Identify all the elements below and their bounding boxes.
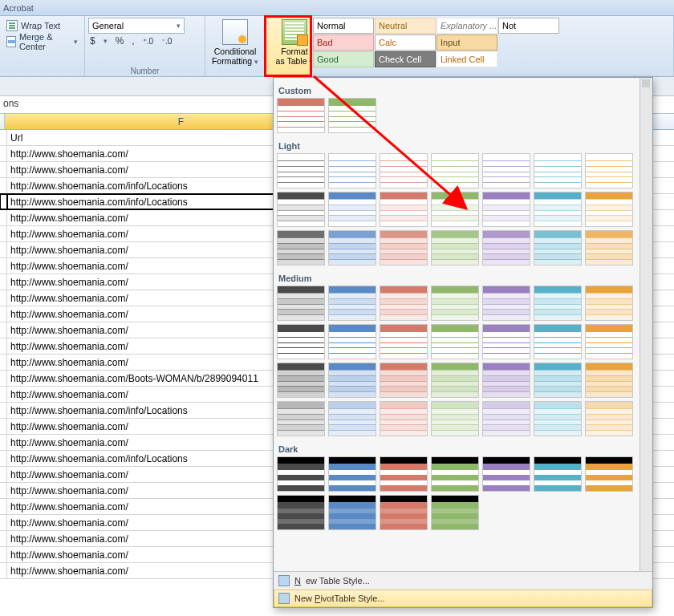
- table-style-swatch[interactable]: [534, 230, 582, 265]
- table-style-icon: [278, 575, 290, 586]
- table-style-swatch[interactable]: [482, 324, 530, 359]
- table-style-swatch[interactable]: [482, 286, 530, 321]
- table-style-swatch[interactable]: [431, 286, 479, 321]
- table-style-swatch[interactable]: [277, 495, 325, 530]
- table-style-swatch[interactable]: [328, 230, 376, 265]
- table-style-swatch[interactable]: [534, 192, 582, 227]
- table-style-swatch[interactable]: [380, 153, 428, 188]
- table-style-swatch[interactable]: [277, 98, 325, 133]
- mnemonic: N: [294, 576, 301, 586]
- table-style-swatch[interactable]: [482, 192, 530, 227]
- cell-style-good[interactable]: Good: [313, 51, 374, 67]
- cell-style-check-cell[interactable]: Check Cell: [375, 51, 436, 67]
- number-format-combo[interactable]: General ▾: [88, 18, 185, 34]
- table-style-swatch[interactable]: [277, 153, 325, 188]
- table-style-swatch[interactable]: [277, 286, 325, 321]
- new-pivottable-style-button[interactable]: New PivotTable Style...: [274, 590, 652, 607]
- cell-style-calc[interactable]: Calc: [375, 34, 436, 51]
- table-style-swatch[interactable]: [534, 363, 582, 398]
- table-style-swatch[interactable]: [534, 153, 582, 188]
- table-style-swatch[interactable]: [431, 363, 479, 398]
- number-format-value: General: [92, 21, 124, 30]
- ribbon: Wrap Text Merge & Center ▾ General ▾ $▾ …: [0, 16, 674, 77]
- table-style-swatch[interactable]: [585, 324, 633, 359]
- new-table-style-label: ew Table Style...: [306, 576, 370, 586]
- table-style-swatch[interactable]: [431, 495, 479, 530]
- cf-line1: Conditional: [214, 47, 257, 56]
- table-style-swatch[interactable]: [534, 456, 582, 492]
- cell-style-not[interactable]: Not: [498, 18, 559, 34]
- table-style-swatch[interactable]: [431, 230, 479, 265]
- wrap-text-button[interactable]: Wrap Text: [3, 18, 81, 34]
- cell-styles-gallery[interactable]: NormalBadGoodNeutralCalcCheck CellExplan…: [311, 16, 674, 76]
- cell-style-normal[interactable]: Normal: [313, 18, 374, 34]
- table-style-swatch[interactable]: [431, 153, 479, 188]
- decrease-decimal-button[interactable]: ⁻.0: [160, 37, 173, 46]
- table-style-swatch[interactable]: [328, 286, 376, 321]
- table-style-swatch[interactable]: [328, 456, 376, 492]
- gallery-scrollbar[interactable]: [639, 78, 652, 571]
- table-style-swatch[interactable]: [534, 286, 582, 321]
- table-style-swatch[interactable]: [585, 192, 633, 227]
- table-style-swatch[interactable]: [431, 456, 479, 492]
- table-style-swatch[interactable]: [380, 230, 428, 265]
- table-style-swatch[interactable]: [277, 456, 325, 492]
- increase-decimal-button[interactable]: ⁺.0: [141, 37, 155, 46]
- gallery-section-medium: Medium: [277, 269, 649, 286]
- table-style-swatch[interactable]: [534, 324, 582, 359]
- table-style-swatch[interactable]: [585, 456, 633, 492]
- table-style-swatch[interactable]: [534, 401, 582, 436]
- table-style-swatch[interactable]: [585, 153, 633, 188]
- table-style-swatch[interactable]: [585, 230, 633, 265]
- merge-center-label: Merge & Center: [19, 32, 71, 51]
- table-style-swatch[interactable]: [380, 401, 428, 436]
- wrap-text-icon: [6, 20, 18, 31]
- table-style-swatch[interactable]: [380, 363, 428, 398]
- table-style-swatch[interactable]: [277, 401, 325, 436]
- merge-center-button[interactable]: Merge & Center ▾: [3, 34, 81, 50]
- cf-line2: Formatting: [212, 56, 252, 66]
- table-style-swatch[interactable]: [277, 363, 325, 398]
- table-style-swatch[interactable]: [328, 495, 376, 530]
- table-style-swatch[interactable]: [380, 495, 428, 530]
- table-style-swatch[interactable]: [482, 363, 530, 398]
- table-style-swatch[interactable]: [431, 192, 479, 227]
- cell-style-input[interactable]: Input: [436, 34, 497, 51]
- table-style-swatch[interactable]: [328, 363, 376, 398]
- table-style-swatch[interactable]: [482, 230, 530, 265]
- conditional-formatting-button[interactable]: Conditional Formatting ▾: [209, 18, 262, 67]
- cell-style-neutral[interactable]: Neutral: [375, 18, 436, 34]
- wrap-text-label: Wrap Text: [21, 21, 60, 30]
- table-style-swatch[interactable]: [482, 401, 530, 436]
- table-style-swatch[interactable]: [380, 286, 428, 321]
- table-style-swatch[interactable]: [328, 324, 376, 359]
- table-style-swatch[interactable]: [380, 192, 428, 227]
- cell-style-linked-cell[interactable]: Linked Cell: [436, 51, 497, 67]
- table-style-swatch[interactable]: [482, 456, 530, 492]
- table-style-swatch[interactable]: [328, 153, 376, 188]
- cell-style-explanatory-[interactable]: Explanatory ...: [436, 18, 497, 34]
- table-style-swatch[interactable]: [431, 401, 479, 436]
- table-style-swatch[interactable]: [431, 324, 479, 359]
- table-style-swatch[interactable]: [328, 401, 376, 436]
- table-style-swatch[interactable]: [585, 286, 633, 321]
- table-style-swatch[interactable]: [328, 98, 376, 133]
- chevron-down-icon: ▾: [74, 38, 78, 46]
- table-style-swatch[interactable]: [328, 192, 376, 227]
- cell-style-bad[interactable]: Bad: [313, 34, 374, 51]
- table-style-swatch[interactable]: [277, 324, 325, 359]
- table-style-swatch[interactable]: [585, 363, 633, 398]
- new-table-style-button[interactable]: New Table Style...: [274, 572, 652, 590]
- currency-button[interactable]: $: [88, 35, 97, 47]
- table-style-swatch[interactable]: [482, 153, 530, 188]
- table-style-swatch[interactable]: [277, 230, 325, 265]
- gallery-section-light: Light: [277, 136, 649, 153]
- table-style-swatch[interactable]: [380, 456, 428, 492]
- table-style-swatch[interactable]: [277, 192, 325, 227]
- table-style-swatch[interactable]: [585, 401, 633, 436]
- gallery-section-custom: Custom: [277, 81, 649, 98]
- table-style-swatch[interactable]: [380, 324, 428, 359]
- comma-button[interactable]: ,: [130, 35, 136, 47]
- conditional-formatting-icon: [222, 19, 248, 45]
- percent-button[interactable]: %: [114, 35, 126, 47]
